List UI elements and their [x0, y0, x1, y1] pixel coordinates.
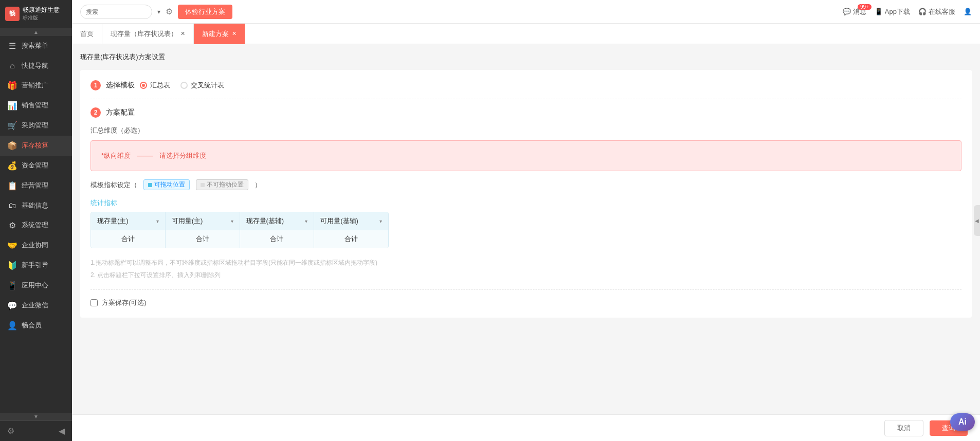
stats-header-cell-2[interactable]: 现存量(基辅) ▾: [240, 212, 315, 230]
app-center-icon: 📱: [7, 281, 17, 290]
topbar-app-download[interactable]: 📱 App下载: [875, 7, 910, 16]
sidebar-item-inventory[interactable]: 📦 库存核算: [0, 136, 72, 156]
save-checkbox[interactable]: [90, 299, 98, 306]
phone-icon: 📱: [875, 8, 883, 15]
save-section: 方案保存(可选): [90, 298, 961, 307]
stats-header-cell-3[interactable]: 可用量(基辅) ▾: [314, 212, 388, 230]
stats-cell-0-1: 合计: [166, 230, 240, 248]
collapse-sidebar-icon[interactable]: ◀: [59, 426, 65, 436]
sidebar-scroll-up[interactable]: ▲: [0, 28, 72, 36]
header-label-1: 可用量(主): [172, 216, 203, 226]
sidebar-item-label: 销售管理: [22, 101, 48, 110]
sidebar-item-label: 经营管理: [22, 181, 48, 190]
sidebar-item-label: 应用中心: [22, 281, 48, 290]
step1-title: 选择模板: [106, 81, 135, 90]
sidebar-item-label: 库存核算: [22, 141, 48, 150]
tab-inventory-label: 现存量（库存状况表）: [111, 29, 177, 39]
step1-number: 1: [90, 80, 101, 90]
topbar-gear-icon[interactable]: ⚙: [166, 7, 173, 16]
stats-cell-0-0: 合计: [91, 230, 166, 248]
dimension-placeholder[interactable]: 请选择分组维度: [159, 151, 206, 160]
settings-icon[interactable]: ⚙: [7, 426, 14, 436]
tab-home[interactable]: 首页: [72, 24, 102, 44]
sidebar-item-cooperation[interactable]: 🤝 企业协同: [0, 235, 72, 255]
topbar-messages[interactable]: 💬 消息 99+: [843, 7, 866, 16]
stats-header-row: 现存量(主) ▾ 可用量(主) ▾ 现存量(基辅) ▾: [91, 212, 388, 230]
stats-data-row-0: 合计 合计 合计 合计: [91, 230, 388, 248]
sidebar-item-label: 基础信息: [22, 201, 48, 210]
basic-info-icon: 🗂: [7, 201, 17, 210]
sidebar-item-label: 采购管理: [22, 121, 48, 130]
sidebar-scroll-down[interactable]: ▼: [0, 413, 72, 420]
sidebar-item-label: 快捷导航: [22, 61, 48, 70]
nodrag-label: 不可拖动位置: [207, 180, 244, 189]
header-label-2: 现存量(基辅): [246, 216, 284, 226]
sidebar: 畅 畅康通好生意 标准版 ▲ ☰ 搜索菜单 ⌂ 快捷导航 🎁 营销推广 📊 销售…: [0, 0, 72, 441]
trial-button[interactable]: 体验行业方案: [178, 5, 232, 19]
step2-title: 方案配置: [106, 108, 135, 117]
sidebar-item-label: 系统管理: [22, 220, 48, 230]
dimension-divider: ——: [137, 151, 153, 160]
logo-icon: 畅: [5, 7, 20, 21]
sidebar-item-new-guide[interactable]: 🔰 新手引导: [0, 255, 72, 275]
sidebar-item-basic-info[interactable]: 🗂 基础信息: [0, 196, 72, 215]
inventory-icon: 📦: [7, 141, 17, 151]
stats-header-cell-1[interactable]: 可用量(主) ▾: [166, 212, 240, 230]
sidebar-item-label: 企业微信: [22, 301, 48, 310]
radio-summary-dot: [140, 82, 147, 89]
sidebar-item-label: 搜索菜单: [22, 41, 48, 50]
chevron-down-icon-3[interactable]: ▾: [379, 218, 382, 224]
stats-header-cell-0[interactable]: 现存量(主) ▾: [91, 212, 166, 230]
topbar-online-service[interactable]: 🎧 在线客服: [918, 7, 955, 16]
radio-cross-label: 交叉统计表: [191, 81, 224, 90]
sidebar-item-label: 资金管理: [22, 161, 48, 170]
member-icon: 👤: [7, 321, 17, 330]
radio-summary[interactable]: 汇总表: [140, 81, 170, 90]
search-menu-icon: ☰: [7, 41, 17, 51]
sidebar-item-member[interactable]: 👤 畅会员: [0, 316, 72, 336]
sidebar-item-marketing[interactable]: 🎁 营销推广: [0, 76, 72, 96]
tab-inventory-close-icon[interactable]: ✕: [180, 30, 185, 37]
purchase-icon: 🛒: [7, 121, 17, 131]
topbar-user[interactable]: 👤: [964, 8, 972, 15]
tips-item1: 1.拖动标题栏可以调整布局，不可跨维度或指标区域拖动栏目字段(只能在同一维度或指…: [90, 256, 961, 269]
stats-cell-0-3: 合计: [314, 230, 388, 248]
online-service-label: 在线客服: [929, 7, 955, 16]
ai-fab-button[interactable]: Ai: [950, 413, 975, 431]
dimension-area[interactable]: *纵向维度 —— 请选择分组维度: [90, 140, 961, 171]
cancel-button[interactable]: 取消: [884, 420, 923, 436]
sidebar-item-search-menu[interactable]: ☰ 搜索菜单: [0, 36, 72, 56]
sidebar-item-sales[interactable]: 📊 销售管理: [0, 96, 72, 116]
sidebar-item-finance[interactable]: 💰 资金管理: [0, 156, 72, 176]
chevron-down-icon-1[interactable]: ▾: [231, 218, 233, 224]
indicator-setting-label: 模板指标设定（: [90, 180, 137, 190]
tab-new-scheme[interactable]: 新建方案 ✕: [194, 24, 245, 44]
chevron-down-icon-0[interactable]: ▾: [156, 218, 159, 224]
sidebar-item-operations[interactable]: 📋 经营管理: [0, 176, 72, 196]
sidebar-item-system[interactable]: ⚙ 系统管理: [0, 215, 72, 235]
vertical-dimension-label: *纵向维度: [101, 151, 131, 160]
sidebar-item-app-center[interactable]: 📱 应用中心: [0, 275, 72, 296]
sidebar-item-wechat[interactable]: 💬 企业微信: [0, 296, 72, 316]
page-title: 现存量(库存状况表)方案设置: [80, 52, 972, 62]
topbar-search-input[interactable]: [80, 5, 152, 19]
new-guide-icon: 🔰: [7, 261, 17, 270]
chevron-down-icon-2[interactable]: ▾: [305, 218, 307, 224]
topbar: ▾ ⚙ 体验行业方案 💬 消息 99+ 📱 App下载 🎧 在线客服 👤: [72, 0, 980, 24]
step2-number: 2: [90, 107, 101, 118]
topbar-dropdown-icon[interactable]: ▾: [157, 8, 160, 15]
draggable-badge: 可拖动位置: [143, 179, 190, 190]
tab-inventory-status[interactable]: 现存量（库存状况表） ✕: [102, 24, 194, 44]
radio-cross[interactable]: 交叉统计表: [180, 81, 224, 90]
right-expand-handle[interactable]: ◀: [974, 205, 980, 236]
finance-icon: 💰: [7, 161, 17, 171]
tips-section: 1.拖动标题栏可以调整布局，不可跨维度或指标区域拖动栏目字段(只能在同一维度或指…: [90, 256, 961, 281]
app-download-label: App下载: [885, 7, 910, 16]
tab-new-scheme-close-icon[interactable]: ✕: [232, 30, 237, 37]
sales-icon: 📊: [7, 101, 17, 111]
sidebar-item-purchase[interactable]: 🛒 采购管理: [0, 116, 72, 136]
stats-cell-0-2: 合计: [240, 230, 315, 248]
topbar-right: 💬 消息 99+ 📱 App下载 🎧 在线客服 👤: [843, 7, 972, 16]
tabs-bar: 首页 现存量（库存状况表） ✕ 新建方案 ✕: [72, 24, 980, 44]
sidebar-item-quick-nav[interactable]: ⌂ 快捷导航: [0, 56, 72, 76]
